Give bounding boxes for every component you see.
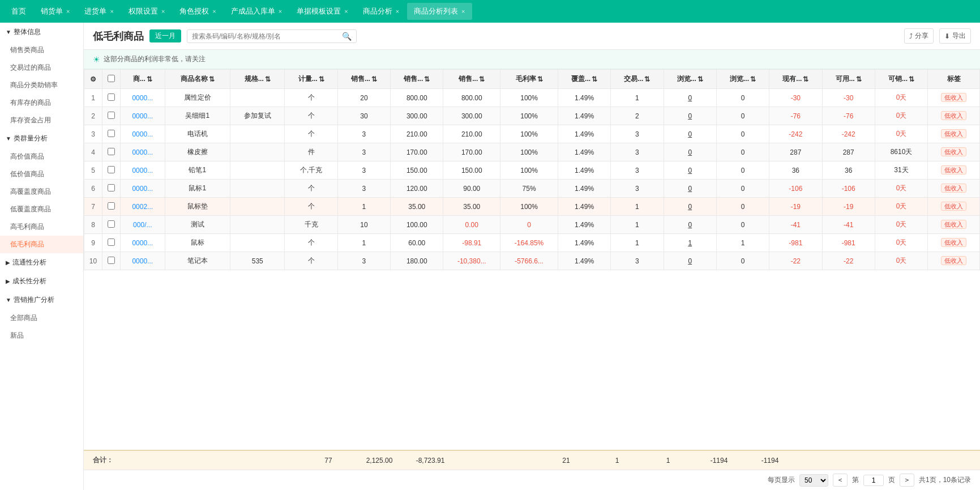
col-stock[interactable]: 现有...⇅ [769, 70, 822, 89]
sidebar-group-circulation[interactable]: ▶ 流通性分析 [0, 253, 83, 272]
row-avail: -19 [822, 198, 875, 216]
sidebar-group-overall[interactable]: ▼ 整体信息 [0, 23, 83, 41]
close-icon[interactable]: × [461, 8, 465, 15]
row-name: 铅笔1 [165, 161, 230, 180]
row-saleable: 0天 [875, 198, 927, 216]
row-coverage: 1.49% [558, 216, 610, 234]
close-icon[interactable]: × [344, 8, 348, 15]
row-unit: 个 [285, 107, 337, 125]
row-checkbox[interactable] [108, 257, 115, 264]
sidebar-item-low-coverage[interactable]: 低覆盖度商品 [0, 201, 83, 218]
search-input[interactable] [192, 32, 342, 40]
row-sale-amt2: 0.00 [443, 216, 500, 234]
sidebar-item-low-margin[interactable]: 低毛利商品 [0, 236, 83, 253]
sidebar-item-stock-capital[interactable]: 库存资金占用 [0, 112, 83, 129]
row-stock: -30 [769, 89, 822, 107]
row-avail: 36 [822, 161, 875, 180]
close-icon[interactable]: × [66, 8, 70, 15]
close-icon[interactable]: × [396, 8, 399, 15]
row-unit: 个 [285, 198, 337, 216]
col-settings[interactable]: ⚙ [84, 70, 102, 89]
filter-recent-month-button[interactable]: 近一月 [149, 29, 181, 42]
row-checkbox[interactable] [108, 220, 115, 228]
col-name[interactable]: 商品名称⇅ [165, 70, 230, 89]
sidebar-group-cluster[interactable]: ▼ 类群量分析 [0, 129, 83, 148]
info-icon: ☀ [93, 55, 100, 64]
col-avail[interactable]: 可用...⇅ [822, 70, 875, 89]
row-code: 0000... [121, 143, 165, 161]
sidebar-item-new-goods[interactable]: 新品 [0, 327, 83, 344]
page-number-input[interactable] [863, 475, 884, 486]
row-trade: 3 [611, 125, 664, 143]
nav-permission[interactable]: 权限设置 × [122, 3, 172, 20]
content-header: 低毛利商品 近一月 🔍 ⤴ 分享 ⬇ 导出 [84, 23, 980, 50]
row-checkbox[interactable] [108, 166, 115, 173]
select-all-checkbox[interactable] [108, 75, 115, 82]
col-saleable[interactable]: 可销...⇅ [875, 70, 927, 89]
prev-page-button[interactable]: ＜ [833, 474, 848, 487]
col-unit[interactable]: 计量...⇅ [285, 70, 337, 89]
row-checkbox[interactable] [108, 238, 115, 246]
row-tag: 低收入 [928, 180, 980, 198]
row-checkbox[interactable] [108, 184, 115, 191]
col-sale-qty[interactable]: 销售...⇅ [337, 70, 390, 89]
sidebar-item-traded-goods[interactable]: 交易过的商品 [0, 59, 83, 76]
row-avail: -106 [822, 180, 875, 198]
close-icon[interactable]: × [212, 8, 216, 15]
col-sale-amt2[interactable]: 销售...⇅ [443, 70, 500, 89]
next-page-button[interactable]: ＞ [900, 474, 914, 487]
nav-sales-order[interactable]: 销货单 × [34, 3, 76, 20]
nav-template-settings[interactable]: 单据模板设置 × [290, 3, 354, 20]
close-icon[interactable]: × [161, 8, 165, 15]
search-icon[interactable]: 🔍 [342, 32, 352, 41]
export-icon: ⬇ [944, 32, 950, 40]
row-qty: 3 [337, 143, 390, 161]
sidebar-item-high-value[interactable]: 高价值商品 [0, 148, 83, 165]
row-tag: 低收入 [928, 143, 980, 161]
row-tag: 低收入 [928, 125, 980, 143]
nav-product-analysis[interactable]: 商品分析 × [356, 3, 406, 20]
row-checkbox[interactable] [108, 112, 115, 119]
sidebar-item-high-coverage[interactable]: 高覆盖度商品 [0, 183, 83, 201]
sidebar-item-in-stock[interactable]: 有库存的商品 [0, 94, 83, 112]
nav-role-auth[interactable]: 角色授权 × [173, 3, 222, 20]
nav-home[interactable]: 首页 [5, 3, 33, 20]
row-checkbox[interactable] [108, 148, 115, 155]
sidebar-item-all-goods[interactable]: 全部商品 [0, 309, 83, 327]
page-label: 第 [852, 475, 859, 485]
row-trade: 2 [611, 107, 664, 125]
col-trade[interactable]: 交易...⇅ [611, 70, 664, 89]
row-margin: 100% [500, 143, 558, 161]
sidebar-item-low-value[interactable]: 低价值商品 [0, 165, 83, 183]
row-checkbox[interactable] [108, 93, 115, 101]
sidebar-group-marketing[interactable]: ▼ 营销推广分析 [0, 291, 83, 309]
row-checkbox[interactable] [108, 130, 115, 137]
sidebar-item-high-margin[interactable]: 高毛利商品 [0, 218, 83, 236]
row-view2: 0 [716, 107, 769, 125]
table-row: 3 0000... 电话机 个 3 210.00 210.00 100% 1.4… [84, 125, 980, 143]
close-icon[interactable]: × [279, 8, 282, 15]
col-sale-amt1[interactable]: 销售...⇅ [391, 70, 443, 89]
col-view1[interactable]: 浏览...⇅ [664, 70, 716, 89]
col-code[interactable]: 商...⇅ [121, 70, 165, 89]
row-view2: 0 [716, 125, 769, 143]
nav-purchase-order[interactable]: 进货单 × [78, 3, 120, 20]
export-button[interactable]: ⬇ 导出 [939, 28, 971, 44]
nav-finished-goods[interactable]: 产成品入库单 × [224, 3, 289, 20]
close-icon[interactable]: × [110, 8, 113, 15]
page-size-select[interactable]: 50 100 200 [799, 474, 828, 487]
row-qty: 30 [337, 107, 390, 125]
share-button[interactable]: ⤴ 分享 [904, 28, 934, 44]
sidebar-item-category-sales-rate[interactable]: 商品分类助销率 [0, 76, 83, 94]
col-tag[interactable]: 标签 [928, 70, 980, 89]
col-spec[interactable]: 规格...⇅ [230, 70, 285, 89]
col-view2[interactable]: 浏览...⇅ [716, 70, 769, 89]
nav-product-analysis-list[interactable]: 商品分析列表 × [407, 3, 472, 20]
sidebar-group-growth[interactable]: ▶ 成长性分析 [0, 272, 83, 291]
row-checkbox[interactable] [108, 202, 115, 210]
sidebar-item-sales-goods[interactable]: 销售类商品 [0, 41, 83, 59]
col-coverage[interactable]: 覆盖...⇅ [558, 70, 610, 89]
row-coverage: 1.49% [558, 198, 610, 216]
row-margin: 100% [500, 198, 558, 216]
col-margin[interactable]: 毛利率⇅ [500, 70, 558, 89]
